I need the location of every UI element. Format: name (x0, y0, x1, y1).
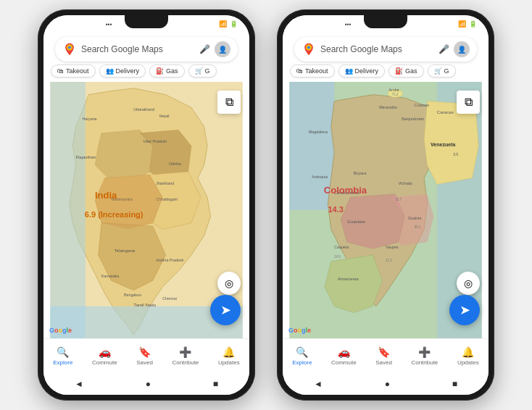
delivery-icon-2: 👥 (345, 67, 353, 75)
updates-icon-2: 🔔 (462, 346, 474, 358)
svg-text:Chennai: Chennai (162, 296, 177, 301)
chip-delivery-2[interactable]: 👥 Delivery (338, 64, 386, 78)
nav-updates-1[interactable]: 🔔 Updates (218, 346, 240, 366)
navigate-icon-2: ➤ (460, 302, 470, 318)
nav-contribute-1[interactable]: ➕ Contribute (172, 346, 199, 366)
layers-button-1[interactable]: ⧉ (217, 91, 241, 114)
contribute-label-2: Contribute (411, 359, 438, 366)
chip-grocery-1[interactable]: 🛒 G (188, 64, 217, 78)
chip-delivery-1[interactable]: 👥 Delivery (99, 64, 146, 78)
google-maps-icon-1 (62, 42, 77, 57)
avatar-2[interactable]: 👤 (454, 41, 470, 57)
phones-container: ▪▪▪ 📶🔋 Search Google Maps 🎤 👤 (38, 9, 494, 401)
india-label: India (95, 190, 117, 201)
chip-gas-2[interactable]: ⛽ Gas (388, 64, 424, 78)
recents-btn-2[interactable]: ■ (452, 379, 457, 389)
saved-label-2: Saved (375, 359, 392, 366)
layers-icon-1: ⧉ (225, 96, 233, 109)
updates-label-1: Updates (218, 359, 240, 366)
nav-saved-1[interactable]: 🔖 Saved (136, 346, 153, 366)
locate-button-1[interactable]: ◎ (217, 272, 241, 295)
phone-2-inner: ▪▪▪ 📶🔋 Search Google Maps 🎤 👤 (283, 15, 489, 395)
chip-gas-1[interactable]: ⛽ Gas (149, 64, 185, 78)
locate-button-2[interactable]: ◎ (457, 272, 480, 295)
gas-icon-1: ⛽ (156, 67, 164, 75)
back-btn-1[interactable]: ◄ (75, 379, 83, 389)
saved-icon-2: 🔖 (378, 346, 390, 358)
india-stat: 6.9 (Increasing) (85, 210, 144, 219)
fab-button-2[interactable]: ➤ (449, 295, 480, 325)
fab-button-1[interactable]: ➤ (210, 295, 241, 325)
updates-icon-1: 🔔 (223, 346, 235, 358)
svg-text:Caracas: Caracas (437, 109, 454, 114)
locate-icon-2: ◎ (464, 277, 473, 289)
google-watermark-1: Google (49, 327, 72, 334)
svg-text:65.1: 65.1 (415, 225, 421, 229)
nav-commute-1[interactable]: 🚗 Commute (92, 346, 117, 366)
delivery-icon-1: 👥 (106, 67, 114, 75)
svg-text:Andhra Pradesh: Andhra Pradesh (156, 258, 183, 262)
nav-commute-2[interactable]: 🚗 Commute (331, 346, 357, 366)
home-btn-1[interactable]: ● (146, 379, 151, 389)
chip-takeout-1[interactable]: 🛍 Takeout (51, 64, 96, 78)
svg-text:Jharkhand: Jharkhand (156, 181, 174, 185)
svg-text:11.2: 11.2 (386, 259, 392, 262)
svg-text:Nepal: Nepal (159, 114, 170, 118)
layers-icon-2: ⧉ (465, 96, 473, 109)
map-area-2[interactable]: Venezuela 3.5 Caracas Curasao Aruba 71.2… (283, 82, 489, 338)
svg-point-0 (68, 46, 71, 49)
updates-label-2: Updates (457, 359, 479, 366)
layers-button-2[interactable]: ⧉ (457, 91, 480, 114)
notch-1 (125, 15, 168, 28)
contribute-icon-2: ➕ (418, 346, 431, 358)
nav-explore-2[interactable]: 🔍 Explore (292, 346, 312, 366)
svg-text:Magdalena: Magdalena (309, 130, 328, 134)
system-nav-2: ◄ ● ■ (283, 373, 489, 395)
search-bar-1[interactable]: Search Google Maps 🎤 👤 (55, 37, 238, 62)
saved-label-1: Saved (136, 359, 153, 366)
svg-text:15.7: 15.7 (395, 198, 402, 201)
svg-text:Rajasthan: Rajasthan (76, 154, 96, 159)
avatar-1[interactable]: 👤 (215, 41, 230, 57)
svg-text:Uttarakhand: Uttarakhand (133, 107, 154, 112)
contribute-label-1: Contribute (172, 359, 199, 366)
chip-grocery-2[interactable]: 🛒 G (428, 64, 456, 78)
back-btn-2[interactable]: ◄ (314, 379, 323, 389)
phone-1-inner: ▪▪▪ 📶🔋 Search Google Maps 🎤 👤 (43, 15, 249, 395)
svg-text:24.3: 24.3 (334, 255, 341, 259)
svg-text:Haryana: Haryana (83, 117, 97, 121)
contribute-icon-1: ➕ (179, 346, 191, 358)
phone-1: ▪▪▪ 📶🔋 Search Google Maps 🎤 👤 (38, 9, 255, 401)
google-watermark-2: Google (288, 327, 311, 334)
takeout-icon-2: 🛍 (296, 67, 303, 75)
recents-btn-1[interactable]: ■ (213, 379, 218, 389)
svg-text:Guainia: Guainia (408, 216, 421, 220)
home-btn-2[interactable]: ● (385, 379, 390, 389)
nav-explore-1[interactable]: 🔍 Explore (53, 346, 72, 366)
explore-label-2: Explore (292, 359, 312, 366)
mic-icon-1[interactable]: 🎤 (199, 44, 210, 54)
explore-icon-2: 🔍 (296, 346, 308, 358)
grocery-icon-2: 🛒 (434, 67, 442, 75)
search-placeholder-1: Search Google Maps (81, 44, 195, 54)
search-bar-2[interactable]: Search Google Maps 🎤 👤 (294, 37, 477, 62)
svg-text:Barquisimeto: Barquisimeto (402, 117, 424, 121)
takeout-icon-1: 🛍 (57, 67, 64, 75)
bottom-nav-2: 🔍 Explore 🚗 Commute 🔖 Saved ➕ Contribute… (283, 338, 489, 373)
svg-text:Antioquia: Antioquia (312, 175, 328, 179)
commute-icon-1: 🚗 (99, 346, 111, 358)
navigate-icon-1: ➤ (220, 302, 231, 318)
svg-text:Karnataka: Karnataka (101, 274, 119, 278)
chip-takeout-2[interactable]: 🛍 Takeout (290, 64, 335, 78)
colombia-stat: 14.3 (328, 205, 343, 214)
svg-rect-2 (50, 82, 86, 338)
map-area-1[interactable]: Rajasthan Uttar Pradesh Maharashtra Chha… (43, 82, 249, 338)
nav-contribute-2[interactable]: ➕ Contribute (411, 346, 438, 366)
nav-updates-2[interactable]: 🔔 Updates (457, 346, 479, 366)
nav-saved-2[interactable]: 🔖 Saved (375, 346, 392, 366)
bottom-nav-1: 🔍 Explore 🚗 Commute 🔖 Saved ➕ Contribute… (43, 338, 249, 373)
svg-text:Guaviare: Guaviare (347, 219, 366, 224)
svg-text:Odisha: Odisha (169, 162, 181, 166)
svg-text:Maracaibo: Maracaibo (379, 105, 397, 109)
mic-icon-2[interactable]: 🎤 (439, 44, 449, 54)
